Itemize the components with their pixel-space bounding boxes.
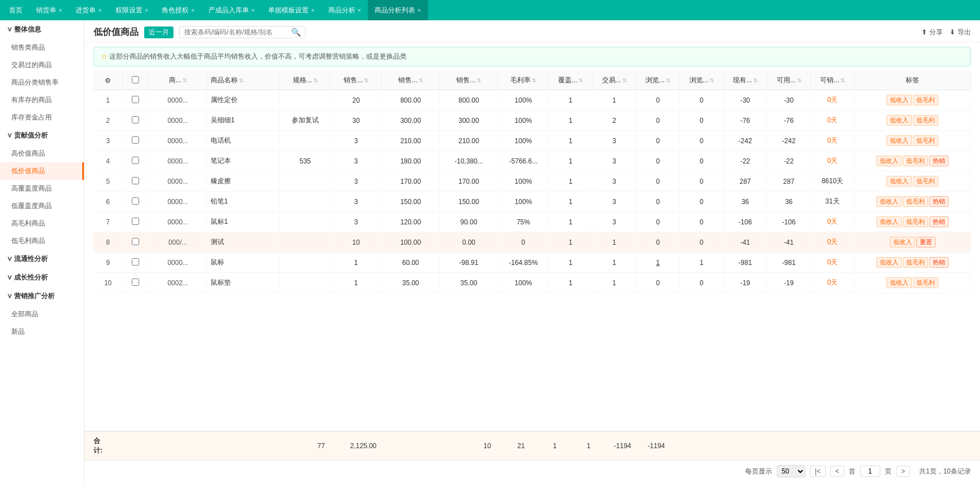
row-checkbox[interactable] [132, 197, 139, 205]
tag-低毛利[interactable]: 低毛利 [903, 216, 928, 227]
sidebar-group-growth[interactable]: ∨ 成长性分析 [0, 268, 84, 287]
page-input[interactable] [860, 466, 880, 477]
nav-product-analysis-list[interactable]: 商品分析列表 × [368, 0, 427, 20]
row-view1[interactable]: 1 [636, 253, 679, 273]
next-page-btn[interactable]: > [896, 466, 910, 477]
row-checkbox[interactable] [132, 136, 139, 144]
sidebar-item-sales-products[interactable]: 销售类商品 [0, 39, 84, 56]
row-checkbox-cell[interactable] [123, 110, 149, 131]
sidebar-group-marketing[interactable]: ∨ 营销推广分析 [0, 287, 84, 306]
row-checkbox[interactable] [132, 238, 139, 245]
nav-product-analysis[interactable]: 商品分析 × [322, 0, 368, 20]
tag-低毛利[interactable]: 低毛利 [903, 257, 928, 268]
tag-低收入[interactable]: 低收入 [876, 257, 902, 268]
tag-低毛利[interactable]: 低毛利 [913, 95, 938, 105]
tag-低毛利[interactable]: 低毛利 [913, 135, 938, 146]
tag-低毛利[interactable]: 低毛利 [913, 115, 938, 126]
nav-close-storage[interactable]: × [251, 0, 255, 20]
nav-close-permission[interactable]: × [145, 0, 148, 20]
settings-icon[interactable]: ⚙ [105, 77, 111, 85]
select-all-checkbox[interactable] [132, 76, 139, 83]
tag-低收入[interactable]: 低收入 [887, 176, 912, 187]
col-header-code[interactable]: 商...⇅ [149, 71, 207, 90]
sidebar-item-traded-products[interactable]: 交易过的商品 [0, 56, 84, 74]
tag-低毛利[interactable]: 低毛利 [913, 277, 938, 288]
tag-低收入[interactable]: 低收入 [876, 156, 902, 166]
tag-低收入[interactable]: 低收入 [887, 95, 912, 105]
tag-热销[interactable]: 热销 [929, 216, 948, 227]
tag-低毛利[interactable]: 低毛利 [913, 176, 938, 187]
col-header-available[interactable]: 可用...⇅ [767, 71, 810, 90]
nav-close-analysis[interactable]: × [358, 0, 361, 20]
sidebar-item-low-coverage[interactable]: 低覆盖度商品 [0, 197, 84, 215]
sidebar-item-category-rate[interactable]: 商品分类销售率 [0, 74, 84, 91]
search-input[interactable] [184, 28, 291, 36]
tag-低收入[interactable]: 低收入 [890, 237, 915, 247]
export-button[interactable]: ⬇ 导出 [950, 28, 971, 37]
row-checkbox-cell[interactable] [123, 253, 149, 273]
tag-低收入[interactable]: 低收入 [887, 277, 912, 288]
tag-热销[interactable]: 热销 [929, 257, 948, 268]
sidebar-item-high-coverage[interactable]: 高覆盖度商品 [0, 180, 84, 197]
row-checkbox[interactable] [132, 116, 139, 123]
sidebar-item-all-products[interactable]: 全部商品 [0, 306, 84, 323]
nav-close-template[interactable]: × [311, 0, 314, 20]
tag-热销[interactable]: 热销 [929, 196, 948, 207]
row-checkbox[interactable] [132, 177, 139, 184]
sidebar-item-high-profit[interactable]: 高毛利商品 [0, 215, 84, 232]
nav-home[interactable]: 首页 [2, 0, 29, 20]
nav-close-purchase[interactable]: × [98, 0, 101, 20]
page-size-select[interactable]: 50 100 [777, 465, 805, 477]
first-page-btn[interactable]: |< [810, 466, 826, 477]
table-container[interactable]: ⚙ 商...⇅ 商品名称⇅ 规格...⇅ 销售...⇅ 销售...⇅ 销售...… [84, 71, 980, 431]
tag-重置[interactable]: 重置 [916, 237, 936, 247]
sidebar-item-stock-capital[interactable]: 库存资金占用 [0, 109, 84, 126]
nav-product-storage[interactable]: 产成品入库单 × [202, 0, 261, 20]
nav-close-role[interactable]: × [191, 0, 194, 20]
sidebar-group-circulation[interactable]: ∨ 流通性分析 [0, 250, 84, 268]
row-checkbox-cell[interactable] [123, 151, 149, 171]
tag-低收入[interactable]: 低收入 [876, 196, 902, 207]
row-checkbox-cell[interactable] [123, 192, 149, 212]
col-header-view2[interactable]: 浏览...⇅ [680, 71, 723, 90]
sidebar-item-high-value[interactable]: 高价值商品 [0, 145, 84, 162]
share-button[interactable]: ⬆ 分享 [921, 28, 943, 37]
col-header-coverage[interactable]: 覆盖...⇅ [549, 71, 592, 90]
tag-低毛利[interactable]: 低毛利 [903, 156, 928, 166]
tag-低收入[interactable]: 低收入 [887, 115, 912, 126]
sidebar-item-new-products[interactable]: 新品 [0, 323, 84, 341]
nav-close-sales[interactable]: × [59, 0, 62, 20]
row-checkbox[interactable] [132, 278, 139, 286]
nav-template-settings[interactable]: 单据模板设置 × [261, 0, 321, 20]
nav-permission[interactable]: 权限设置 × [109, 0, 155, 20]
tag-热销[interactable]: 热销 [929, 156, 948, 166]
col-header-stock[interactable]: 现有...⇅ [723, 71, 767, 90]
tag-低收入[interactable]: 低收入 [876, 216, 902, 227]
row-checkbox-cell[interactable] [123, 90, 149, 110]
row-checkbox-cell[interactable] [123, 171, 149, 192]
nav-purchase-order[interactable]: 进货单 × [69, 0, 108, 20]
sidebar-item-stock-products[interactable]: 有库存的商品 [0, 91, 84, 109]
col-header-spec[interactable]: 规格...⇅ [280, 71, 331, 90]
col-header-trade[interactable]: 交易...⇅ [593, 71, 636, 90]
search-icon[interactable]: 🔍 [291, 28, 301, 37]
col-header-sales-amount[interactable]: 销售...⇅ [381, 71, 439, 90]
col-header-sales-qty[interactable]: 销售...⇅ [331, 71, 381, 90]
col-header-sellable[interactable]: 可销...⇅ [810, 71, 854, 90]
row-checkbox[interactable] [132, 258, 139, 266]
prev-page-btn[interactable]: < [830, 466, 844, 477]
col-header-view1[interactable]: 浏览...⇅ [636, 71, 679, 90]
filter-tag-recent-month[interactable]: 近一月 [144, 26, 173, 38]
row-checkbox-cell[interactable] [123, 273, 149, 293]
row-checkbox[interactable] [132, 157, 139, 164]
tag-低毛利[interactable]: 低毛利 [903, 196, 928, 207]
sidebar-group-contribution[interactable]: ∨ 贡献值分析 [0, 126, 84, 145]
row-checkbox-cell[interactable] [123, 212, 149, 232]
tag-低收入[interactable]: 低收入 [887, 135, 912, 146]
nav-role-auth[interactable]: 角色授权 × [155, 0, 201, 20]
col-header-name[interactable]: 商品名称⇅ [207, 71, 279, 90]
sidebar-item-low-profit[interactable]: 低毛利商品 [0, 232, 84, 250]
row-checkbox[interactable] [132, 96, 139, 103]
row-checkbox-cell[interactable] [123, 131, 149, 151]
col-header-checkbox[interactable] [123, 71, 149, 90]
